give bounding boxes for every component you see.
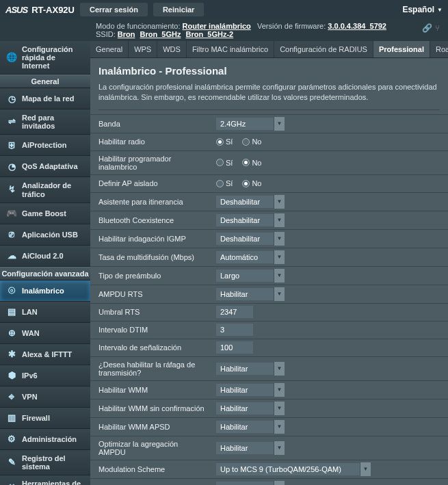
radio-apiso-si[interactable]: [216, 180, 224, 187]
sidebar-item[interactable]: ▤LAN: [0, 302, 90, 323]
sidebar-quick-setup[interactable]: 🌐 Configuración rápida de Internet: [0, 41, 90, 75]
tab[interactable]: General: [90, 41, 129, 57]
language-selector[interactable]: Español ▼: [402, 5, 443, 14]
dropdown-icon[interactable]: ▼: [274, 195, 285, 209]
sidebar-item[interactable]: ▥Firewall: [0, 408, 90, 429]
input-rts[interactable]: [216, 306, 253, 318]
radio-option[interactable]: No: [242, 159, 261, 167]
sidebar-item[interactable]: ↯Analizador de tráfico: [0, 177, 90, 202]
setting-control: 2.4GHz▼: [212, 115, 448, 133]
radio-option[interactable]: No: [242, 137, 261, 146]
dropdown-icon[interactable]: ▼: [274, 250, 285, 264]
select-igmp[interactable]: Deshabilitar: [216, 233, 274, 245]
tab[interactable]: Roaming Block List: [430, 41, 448, 57]
radio-apiso-no[interactable]: [242, 180, 250, 187]
mode-value[interactable]: Router inalámbrico: [183, 22, 251, 30]
select-wmm[interactable]: Habilitar: [216, 384, 274, 396]
sidebar-item[interactable]: ✱Alexa & IFTTT: [0, 344, 90, 365]
setting-row: Habilitar WMM sin confirmaciónHabilitar▼: [90, 399, 448, 417]
sidebar-icon: ◔: [5, 160, 18, 172]
tab[interactable]: WPS: [129, 41, 157, 57]
select-wmmapsd[interactable]: Habilitar: [216, 421, 274, 433]
select-roam[interactable]: Deshabilitar: [216, 196, 274, 208]
tab[interactable]: Filtro MAC inalámbrico: [187, 41, 274, 57]
sidebar-item[interactable]: ✖Herramientas de red: [0, 475, 90, 485]
sidebar-item[interactable]: ⇌Red para invitados: [0, 109, 90, 135]
select-mcs[interactable]: Up to MCS 9 (TurboQAM/256-QAM): [216, 463, 360, 475]
tab[interactable]: Professional: [373, 41, 430, 57]
sidebar-item[interactable]: 🎮Game Boost: [0, 203, 90, 224]
dropdown-icon[interactable]: ▼: [274, 269, 285, 283]
select-pream[interactable]: Largo: [216, 270, 274, 282]
usb-icon[interactable]: ⑂: [435, 23, 440, 33]
setting-label: Bluetooth Coexistence: [90, 213, 212, 228]
dropdown-icon[interactable]: ▼: [274, 383, 285, 397]
sidebar-item[interactable]: ⬢IPv6: [0, 365, 90, 386]
dropdown-icon[interactable]: ▼: [274, 232, 285, 246]
select-band[interactable]: 2.4GHz: [216, 118, 274, 130]
status-icons: 🔗 ⑂: [422, 23, 440, 33]
dropdown-icon[interactable]: ▼: [274, 441, 285, 455]
sidebar-icon: ⬢: [5, 369, 18, 382]
radio-option[interactable]: Sí: [216, 179, 233, 187]
sidebar-quick-setup-label: Configuración rápida de Internet: [22, 45, 85, 70]
setting-label: Optimizar la agregación AMPDU: [90, 436, 212, 460]
radio-radio-no[interactable]: [242, 138, 250, 146]
setting-row: AMPDU RTSHabilitar▼: [90, 285, 448, 303]
sidebar-item-label: VPN: [22, 393, 85, 401]
setting-label: Tipo de preámbulo: [90, 268, 212, 283]
sidebar-group-advanced: Configuración avanzada: [0, 267, 90, 280]
setting-control: Habilitar▼: [212, 285, 448, 303]
dropdown-icon[interactable]: ▼: [274, 481, 285, 485]
sidebar-icon: ◷: [5, 92, 18, 105]
select-mcast[interactable]: Automático: [216, 251, 274, 263]
input-beacon[interactable]: [216, 341, 253, 354]
reboot-button[interactable]: Reiniciar: [153, 3, 204, 16]
radio-radio-si[interactable]: [216, 138, 224, 146]
dropdown-icon[interactable]: ▼: [274, 420, 285, 434]
logout-button[interactable]: Cerrar sesión: [80, 3, 148, 16]
dropdown-icon[interactable]: ▼: [274, 362, 285, 376]
sidebar-item[interactable]: ⎚Aplicación USB: [0, 224, 90, 246]
tab[interactable]: WDS: [157, 41, 187, 57]
sidebar-item[interactable]: ⦾Inalámbrico: [0, 280, 90, 302]
select-txburst[interactable]: Habilitar: [216, 363, 274, 375]
setting-row: Umbral RTS: [90, 303, 448, 321]
sidebar-item[interactable]: ☁AiCloud 2.0: [0, 246, 90, 267]
select-btcx[interactable]: Deshabilitar: [216, 214, 274, 226]
dropdown-icon[interactable]: ▼: [274, 213, 285, 227]
sidebar-icon: 🎮: [5, 207, 18, 220]
radio-label: No: [252, 137, 261, 146]
select-wmmnoack[interactable]: Habilitar: [216, 402, 274, 415]
dropdown-icon[interactable]: ▼: [274, 287, 285, 301]
radio-option[interactable]: Sí: [216, 159, 233, 167]
setting-control: SíNo: [212, 135, 448, 148]
sidebar-item-label: LAN: [22, 308, 85, 316]
radio-sched-si[interactable]: [216, 159, 224, 166]
sidebar-item[interactable]: ⚙Administración: [0, 429, 90, 450]
select-airtime[interactable]: Habilitar: [216, 482, 274, 485]
fw-value[interactable]: 3.0.0.4.384_5792: [328, 22, 386, 30]
sidebar-item[interactable]: ⛨AiProtection: [0, 135, 90, 156]
dropdown-icon[interactable]: ▼: [274, 402, 285, 415]
sidebar-item[interactable]: ◔QoS Adaptativa: [0, 156, 90, 177]
radio-option[interactable]: No: [242, 179, 261, 187]
setting-row: Definir AP aisladoSíNo: [90, 174, 448, 192]
link-icon[interactable]: 🔗: [422, 23, 432, 33]
setting-control: Deshabilitar▼: [212, 230, 448, 248]
radio-option[interactable]: Sí: [216, 137, 233, 146]
dropdown-icon[interactable]: ▼: [274, 117, 285, 131]
input-dtim[interactable]: [216, 324, 253, 336]
select-ampduopt[interactable]: Habilitar: [216, 442, 274, 454]
dropdown-icon[interactable]: ▼: [360, 462, 371, 476]
sidebar-item[interactable]: ⎆VPN: [0, 386, 90, 408]
tab[interactable]: Configuración de RADIUS: [274, 41, 373, 57]
sidebar-item[interactable]: ✎Registro del sistema: [0, 450, 90, 475]
sidebar-item[interactable]: ◷Mapa de la red: [0, 88, 90, 109]
radio-sched-no[interactable]: [242, 159, 250, 166]
select-ampdu[interactable]: Habilitar: [216, 288, 274, 300]
sidebar-item-label: IPv6: [22, 371, 85, 380]
globe-icon: 🌐: [5, 51, 18, 64]
sidebar-item[interactable]: ⊕WAN: [0, 323, 90, 344]
setting-label: Banda: [90, 116, 212, 131]
